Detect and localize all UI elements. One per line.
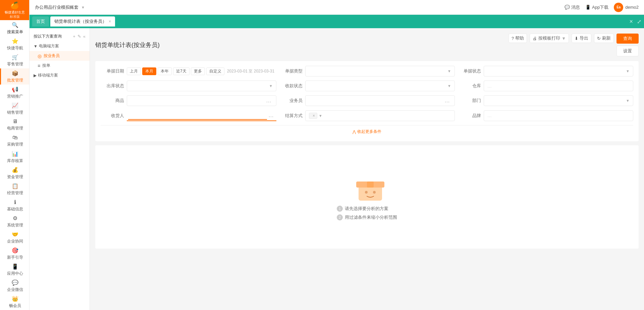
- page-title-bar: 销货单统计表(按业务员) ? 帮助 🖨 按模板打印 ▼ ⬇: [95, 34, 639, 56]
- sidebar-item-label: 营销推广: [7, 94, 23, 99]
- svg-point-4: [373, 191, 376, 194]
- sidebar-item-sales[interactable]: 📈 销售管理: [0, 101, 30, 117]
- tab-active[interactable]: 销货单统计表（按业务员） ×: [50, 16, 115, 27]
- brand-label: 品牌: [458, 113, 481, 119]
- sidebar-item-purchase[interactable]: 🛍 采购管理: [0, 133, 30, 149]
- sidebar-item-label: 企业协同: [7, 239, 23, 244]
- date-btn-more[interactable]: 更多: [191, 67, 205, 75]
- tab-home[interactable]: 首页: [32, 16, 49, 27]
- sidebar-item-operations[interactable]: 📋 经营管理: [0, 181, 30, 197]
- date-btn-this-year[interactable]: 本年: [158, 67, 172, 75]
- settings-button[interactable]: 设置: [616, 46, 639, 56]
- svg-rect-0: [359, 186, 382, 201]
- sales-icon: 📈: [12, 102, 18, 109]
- sidebar-item-finance[interactable]: 💰 资金管理: [0, 165, 30, 181]
- dept-select[interactable]: ▼: [484, 95, 633, 106]
- inventory-icon: 📊: [12, 151, 18, 157]
- user-profile[interactable]: Ea demo2: [614, 3, 639, 12]
- sidebar-item-retail[interactable]: 🛒 零售管理: [0, 52, 30, 68]
- scheme-item-salesperson-label: 按业务员: [44, 53, 60, 59]
- help-button[interactable]: ? 帮助: [508, 34, 527, 43]
- avatar-initials: Ea: [616, 5, 621, 9]
- warehouse-control: …: [484, 81, 633, 91]
- consignee-dots[interactable]: …: [267, 112, 275, 118]
- sidebar-item-member[interactable]: 👑 畅会员: [0, 294, 30, 310]
- ecommerce-icon: 🖥: [12, 118, 18, 124]
- collapse-button[interactable]: ⋀ 收起更多条件: [351, 127, 383, 137]
- sidebar-item-newbie[interactable]: 🎯 新手引导: [0, 246, 30, 262]
- mobile-scheme-header[interactable]: ▶ 移动端方案: [30, 70, 90, 80]
- maximize-icon[interactable]: ⤢: [637, 18, 641, 25]
- empty-state: 1 请先选择要分析的方案 2 用过滤条件来缩小分析范围: [95, 145, 639, 249]
- warehouse-select[interactable]: …: [484, 81, 633, 91]
- sidebar-item-apps[interactable]: 📱 应用中心: [0, 262, 30, 278]
- out-status-select[interactable]: ▼: [127, 81, 276, 91]
- app-name: 畅捷通好生意: [5, 10, 25, 14]
- collapse-panel-icon[interactable]: «: [83, 34, 86, 39]
- out-status-label: 出库状态: [101, 83, 124, 89]
- salesperson-select[interactable]: …: [305, 95, 455, 106]
- close-window-icon[interactable]: ×: [629, 18, 633, 25]
- mobile-scheme-label: 移动端方案: [38, 72, 58, 78]
- hint-label-2: 用过滤条件来缩小分析范围: [345, 213, 397, 222]
- salesperson-label: 业务员: [279, 98, 303, 104]
- message-icon: 💬: [565, 5, 570, 10]
- filter-row-2: 出库状态 ▼ 收款状态 ▼ 仓库: [101, 81, 633, 91]
- doc-type-select[interactable]: ▼: [305, 66, 455, 76]
- edit-scheme-icon[interactable]: ✎: [77, 34, 81, 39]
- settlement-tag-close[interactable]: ×: [313, 113, 315, 118]
- date-btn-last-month[interactable]: 上月: [127, 67, 141, 75]
- sidebar-item-label: 基础信息: [7, 206, 23, 212]
- sidebar-item-enterprise[interactable]: 🤝 企业协同: [0, 229, 30, 246]
- sidebar-item-label: 经营管理: [7, 190, 23, 196]
- sidebar-item-quick-nav[interactable]: ⭐ 快捷导航: [0, 36, 30, 52]
- content-area: 按以下方案查询 + ✎ « ▼ 电脑端方案 ◎ 按业务员 ≡: [30, 28, 644, 310]
- date-btn-last-7-days[interactable]: 近7天: [173, 67, 190, 75]
- export-button[interactable]: ⬇ 导出: [572, 34, 591, 43]
- hint-num-1: 1: [337, 206, 343, 212]
- doc-type-arrow: ▼: [447, 69, 451, 73]
- app-download-button[interactable]: 📱 App下载: [585, 4, 608, 10]
- tab-close-icon[interactable]: ×: [109, 19, 111, 24]
- payment-status-select[interactable]: ▼: [305, 81, 455, 91]
- message-button[interactable]: 💬 消息: [565, 4, 580, 10]
- salesperson-dots[interactable]: …: [443, 98, 451, 104]
- account-dropdown-icon[interactable]: ▼: [81, 5, 85, 9]
- consignee-input[interactable]: [128, 111, 267, 120]
- sidebar-item-ecommerce[interactable]: 🖥 电商管理: [0, 117, 30, 133]
- add-scheme-icon[interactable]: +: [73, 34, 75, 39]
- message-label: 消息: [571, 4, 580, 10]
- sidebar-item-wechat[interactable]: 💬 企业微信: [0, 278, 30, 294]
- brand-placeholder: …: [487, 113, 492, 118]
- date-label: 单据日期: [101, 68, 124, 74]
- settlement-select[interactable]: × ▼: [305, 110, 455, 121]
- header-title-area: 办公用品行业模拟账套 ▼: [35, 4, 85, 10]
- brand-select[interactable]: …: [484, 110, 633, 121]
- sidebar-item-wholesale[interactable]: 📦 批发管理: [0, 68, 30, 85]
- print-button[interactable]: 🖨 按模板打印 ▼: [530, 34, 569, 43]
- sidebar-item-basic[interactable]: ℹ 基础信息: [0, 197, 30, 213]
- desktop-scheme-group: ▼ 电脑端方案 ◎ 按业务员 ≡ 按单: [30, 41, 90, 70]
- sidebar-item-label: 新手引导: [7, 255, 23, 260]
- date-btn-this-month[interactable]: 本月: [142, 67, 156, 75]
- sidebar-item-system[interactable]: ⚙ 系统管理: [0, 213, 30, 229]
- app-logo[interactable]: 🍊 畅捷通好生意 标准版: [0, 0, 30, 20]
- sidebar-item-inventory[interactable]: 📊 库存核算: [0, 149, 30, 165]
- sidebar-item-label: 畅会员: [9, 303, 21, 309]
- sidebar-item-search[interactable]: 🔍 搜索菜单: [0, 20, 30, 36]
- date-btn-custom[interactable]: 自定义: [206, 67, 224, 75]
- scheme-item-salesperson[interactable]: ◎ 按业务员: [30, 51, 90, 61]
- goods-dots[interactable]: …: [265, 98, 273, 104]
- goods-select[interactable]: …: [127, 95, 276, 106]
- sidebar-item-label: 电商管理: [7, 125, 23, 131]
- enterprise-icon: 🤝: [12, 231, 18, 238]
- consignee-control: …: [127, 110, 276, 121]
- brand-control: …: [484, 110, 633, 121]
- header-right-area: 💬 消息 📱 App下载 Ea demo2: [565, 3, 639, 12]
- doc-status-select[interactable]: ▼: [484, 66, 633, 76]
- query-button[interactable]: 查询: [616, 34, 639, 44]
- desktop-scheme-header[interactable]: ▼ 电脑端方案: [30, 41, 90, 51]
- scheme-item-order[interactable]: ≡ 按单: [30, 61, 90, 70]
- sidebar-item-marketing[interactable]: 📢 营销推广: [0, 85, 30, 101]
- refresh-button[interactable]: ↻ 刷新: [594, 34, 614, 43]
